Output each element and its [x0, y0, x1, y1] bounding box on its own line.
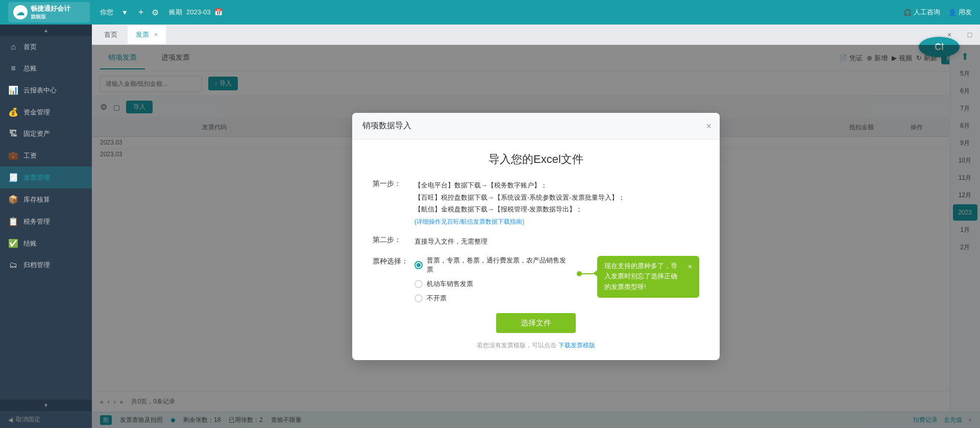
tooltip-dot [577, 271, 582, 276]
headset-icon: 🎧 [903, 9, 912, 16]
sidebar-item-tax[interactable]: 📋 税务管理 [0, 210, 92, 232]
modal-close-button[interactable]: × [706, 121, 712, 131]
step2-label: 第二步： [373, 235, 408, 245]
step1-link[interactable]: (详细操作见百旺/航信发票数据下载指南) [414, 217, 625, 228]
inventory-icon: 📦 [8, 195, 18, 204]
add-button[interactable]: + [138, 7, 144, 18]
tooltip-box: × 现在支持的票种多了，导入发票时别忘了选择正确的发票类型呀! [597, 256, 699, 298]
settings-icon[interactable]: ⚙ [152, 8, 159, 17]
step1-content: 【全电平台】数据下载→【税务数字账户】； 【百旺】税控盘数据下载→【系统设置-系… [414, 179, 625, 227]
sidebar-item-report[interactable]: 📊 云报表中心 [0, 79, 92, 101]
window-maximize-button[interactable]: □ [960, 25, 980, 45]
asset-icon: 🏗 [8, 129, 18, 138]
topbar: ☁ 畅捷通好会计 旗舰版 你您 ▼ + ⚙ 账期 2023-03 📅 🎧 人工咨… [0, 0, 980, 25]
app-logo: ☁ 畅捷通好会计 旗舰版 [8, 2, 90, 22]
logo-icon: ☁ [13, 5, 28, 19]
radio-noticket-circle[interactable] [414, 294, 423, 302]
radio-normal[interactable]: 普票，专票，卷票，通行费发票，农产品销售发票 [414, 256, 571, 274]
settle-icon: ✅ [8, 239, 18, 248]
topbar-right: 🎧 人工咨询 👤 用友 [903, 8, 972, 17]
modal-overlay: 销项数据导入 × 导入您的Excel文件 第一步： 【全电平台】数据下载→【税务… [92, 45, 980, 428]
sidebar-item-home[interactable]: ⌂ 首页 [0, 36, 92, 58]
page-content: 销项发票 进项发票 📄 凭证 ⊕ 新增 ▶ 视频 [92, 45, 980, 428]
ticket-select: 票种选择： 普票，专票，卷票，通行费发票，农产品销售发票 机动车销售发票 [373, 256, 699, 303]
sidebar-scroll-up[interactable]: ▲ [0, 25, 92, 36]
sidebar-cancel-fixed[interactable]: ◀ 取消固定 [0, 411, 92, 428]
import-modal: 销项数据导入 × 导入您的Excel文件 第一步： 【全电平台】数据下载→【税务… [352, 113, 720, 360]
download-template-link[interactable]: 下载发票模版 [558, 342, 595, 349]
step2-row: 第二步： 直接导入文件，无需整理 [373, 235, 699, 247]
select-file-section: 选择文件 [373, 313, 699, 333]
tab-close-invoice[interactable]: × [154, 31, 158, 38]
app-name: 畅捷通好会计 旗舰版 [31, 4, 70, 20]
step2-content: 直接导入文件，无需整理 [414, 235, 487, 247]
step1-label: 第一步： [373, 179, 408, 188]
step1-line2: 【百旺】税控盘数据下载→【系统设置-系统参数设置-发票批量导入】； [414, 192, 625, 203]
payroll-icon: 💼 [8, 151, 18, 160]
tabbar: 首页 发票 × × □ [92, 25, 980, 45]
modal-body: 导入您的Excel文件 第一步： 【全电平台】数据下载→【税务数字账户】； 【百… [352, 139, 720, 360]
ticket-options: 普票，专票，卷票，通行费发票，农产品销售发票 机动车销售发票 不开票 [414, 256, 571, 303]
ticket-label: 票种选择： [373, 256, 408, 266]
modal-header: 销项数据导入 × [352, 113, 720, 139]
sidebar-item-payroll[interactable]: 💼 工资 [0, 145, 92, 167]
sidebar-item-asset[interactable]: 🏗 固定资产 [0, 123, 92, 145]
radio-normal-circle[interactable] [414, 261, 423, 269]
archive-icon: 🗂 [8, 260, 18, 270]
sidebar-nav: ⌂ 首页 ≡ 总账 📊 云报表中心 💰 资金管理 🏗 固定资产 💼 工资 [0, 36, 92, 399]
tab-invoice[interactable]: 发票 × [128, 26, 166, 44]
step1-row: 第一步： 【全电平台】数据下载→【税务数字账户】； 【百旺】税控盘数据下载→【系… [373, 179, 699, 227]
radio-noticket[interactable]: 不开票 [414, 294, 571, 303]
tooltip-container: × 现在支持的票种多了，导入发票时别忘了选择正确的发票类型呀! [587, 256, 699, 298]
sidebar-item-fund[interactable]: 💰 资金管理 [0, 101, 92, 123]
sidebar-item-settle[interactable]: ✅ 结账 [0, 232, 92, 254]
consult-button[interactable]: 🎧 人工咨询 [903, 8, 940, 17]
step1-line1: 【全电平台】数据下载→【税务数字账户】； [414, 179, 625, 191]
sidebar-scroll-down[interactable]: ▼ [0, 399, 92, 411]
user-menu[interactable]: 👤 用友 [948, 8, 972, 17]
company-dropdown[interactable]: ▼ [121, 9, 128, 16]
modal-title: 销项数据导入 [362, 121, 411, 131]
tab-home[interactable]: 首页 [96, 26, 126, 44]
modal-main-title: 导入您的Excel文件 [373, 152, 699, 167]
sidebar-item-ledger[interactable]: ≡ 总账 [0, 58, 92, 79]
step1-line3: 【航信】金税盘数据下载→【报税管理-发票数据导出】； [414, 203, 625, 215]
radio-motor-circle[interactable] [414, 280, 423, 288]
pin-icon: ◀ [8, 416, 13, 423]
sidebar: ▲ ⌂ 首页 ≡ 总账 📊 云报表中心 💰 资金管理 🏗 固定资产 [0, 25, 92, 428]
report-icon: 📊 [8, 85, 18, 95]
home-icon: ⌂ [8, 42, 18, 52]
modal-footer: 若您没有发票模版，可以点击 下载发票模版 [373, 341, 699, 350]
sidebar-item-invoice[interactable]: 🧾 发票管理 [0, 167, 92, 188]
sidebar-item-archive[interactable]: 🗂 归档管理 [0, 254, 92, 276]
sidebar-item-inventory[interactable]: 📦 库存核算 [0, 188, 92, 210]
content-area: 首页 发票 × × □ 销项发票 进项发票 📄 凭证 [92, 25, 980, 428]
user-icon: 👤 [948, 9, 957, 16]
period-label: 账期 2023-03 📅 [169, 8, 223, 17]
fund-icon: 💰 [8, 107, 18, 117]
radio-motor[interactable]: 机动车销售发票 [414, 279, 571, 289]
select-file-button[interactable]: 选择文件 [496, 313, 576, 333]
main-layout: ▲ ⌂ 首页 ≡ 总账 📊 云报表中心 💰 资金管理 🏗 固定资产 [0, 25, 980, 428]
ledger-icon: ≡ [8, 64, 18, 73]
tooltip-arrow [593, 270, 597, 276]
tooltip-close-button[interactable]: × [688, 261, 692, 272]
tax-icon: 📋 [8, 217, 18, 226]
invoice-icon: 🧾 [8, 173, 18, 182]
company-name: 你您 [100, 8, 113, 17]
